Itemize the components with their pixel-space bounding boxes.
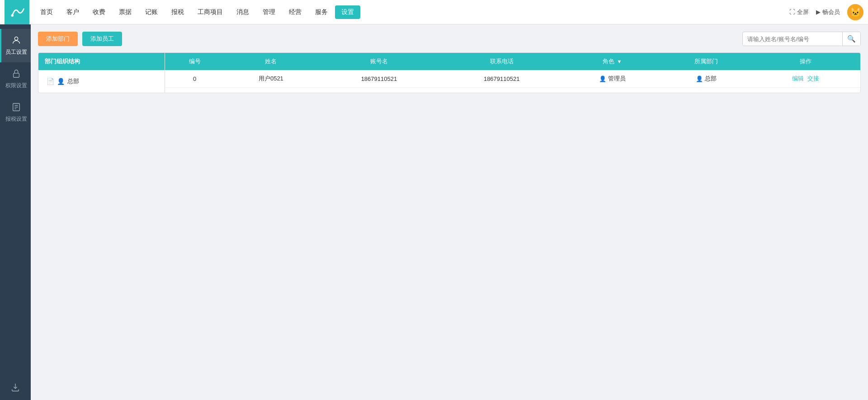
nav-accounting[interactable]: 记账 — [139, 5, 164, 19]
table-header-row: 编号 姓名 账号名 联系电话 角色 ▼ 所属部门 操作 — [165, 53, 860, 70]
col-header-phone: 联系电话 — [440, 53, 563, 70]
col-header-role-label: 角色 — [603, 58, 614, 65]
sidebar: 员工设置 权限设置 报税设置 — [0, 24, 31, 400]
avatar[interactable]: 🐱 — [847, 4, 863, 20]
col-header-ops: 操作 — [751, 53, 860, 70]
member-label: 畅会员 — [822, 8, 840, 16]
role-icon: 👤 — [599, 75, 606, 82]
svg-point-0 — [11, 14, 13, 16]
top-navigation: 首页 客户 收费 票据 记账 报税 工商项目 消息 管理 经营 服务 设置 ⛶ … — [0, 0, 868, 24]
nav-items: 首页 客户 收费 票据 记账 报税 工商项目 消息 管理 经营 服务 设置 — [34, 5, 789, 19]
employee-table: 编号 姓名 账号名 联系电话 角色 ▼ 所属部门 操作 — [165, 53, 860, 88]
dept-panel-header: 部门组织结构 — [38, 53, 165, 70]
dept-tree-item[interactable]: 📄 👤 总部 — [45, 75, 158, 88]
nav-service[interactable]: 服务 — [309, 5, 334, 19]
nav-bill[interactable]: 票据 — [113, 5, 138, 19]
nav-settings[interactable]: 设置 — [335, 5, 360, 19]
sidebar-item-permission-label: 权限设置 — [5, 82, 27, 89]
dept-icon: 👤 — [696, 75, 703, 82]
lock-icon — [11, 69, 21, 80]
cell-role: 👤 管理员 — [563, 70, 661, 88]
fullscreen-label: 全屏 — [797, 8, 809, 16]
add-dept-button[interactable]: 添加部门 — [38, 32, 78, 46]
cell-id: 0 — [165, 70, 224, 88]
search-bar: 🔍 — [742, 32, 861, 46]
sidebar-item-employee-label: 员工设置 — [5, 48, 27, 56]
cell-phone: 18679110521 — [440, 70, 563, 88]
nav-customer[interactable]: 客户 — [60, 5, 85, 19]
fullscreen-button[interactable]: ⛶ 全屏 — [789, 8, 809, 16]
cell-ops: 编辑交接 — [751, 70, 860, 88]
dept-tree-item-label: 总部 — [67, 77, 79, 85]
nav-operation[interactable]: 经营 — [283, 5, 308, 19]
cell-dept: 👤 总部 — [661, 70, 751, 88]
nav-home[interactable]: 首页 — [34, 5, 59, 19]
dept-panel: 部门组织结构 📄 👤 总部 — [38, 53, 165, 93]
col-header-role[interactable]: 角色 ▼ — [563, 53, 661, 70]
filter-icon: ▼ — [617, 59, 622, 64]
sidebar-item-employee[interactable]: 员工设置 — [0, 29, 31, 62]
col-header-id: 编号 — [165, 53, 224, 70]
table-panel: 编号 姓名 账号名 联系电话 角色 ▼ 所属部门 操作 — [165, 53, 860, 93]
dept-user-icon: 👤 — [57, 78, 65, 85]
svg-point-1 — [14, 37, 18, 40]
toolbar: 添加部门 添加员工 🔍 — [38, 32, 861, 46]
cell-name: 用户0521 — [224, 70, 318, 88]
nav-business[interactable]: 工商项目 — [191, 5, 229, 19]
cell-account: 18679110521 — [318, 70, 440, 88]
sidebar-item-tax-settings[interactable]: 报税设置 — [0, 96, 31, 129]
panel-container: 部门组织结构 📄 👤 总部 编号 姓名 账号名 — [38, 52, 861, 93]
add-employee-button[interactable]: 添加员工 — [82, 32, 122, 46]
sidebar-item-tax-settings-label: 报税设置 — [5, 115, 27, 123]
col-header-name: 姓名 — [224, 53, 318, 70]
col-header-account: 账号名 — [318, 53, 440, 70]
search-input[interactable] — [743, 33, 842, 45]
member-icon: ▶ — [816, 9, 821, 15]
nav-manage[interactable]: 管理 — [256, 5, 282, 19]
search-icon: 🔍 — [847, 35, 856, 42]
nav-fee[interactable]: 收费 — [86, 5, 112, 19]
dept-tree: 📄 👤 总部 — [38, 70, 165, 93]
tax-icon — [11, 102, 21, 113]
role-label: 管理员 — [608, 75, 626, 83]
op-link-0[interactable]: 编辑 — [792, 75, 804, 82]
person-icon — [11, 35, 21, 47]
sidebar-bottom — [0, 376, 31, 400]
op-link-1[interactable]: 交接 — [807, 75, 819, 82]
main-container: 员工设置 权限设置 报税设置 — [0, 24, 868, 400]
member-button[interactable]: ▶ 畅会员 — [816, 8, 840, 16]
file-icon: 📄 — [47, 78, 54, 85]
col-header-dept: 所属部门 — [661, 53, 751, 70]
content-area: 添加部门 添加员工 🔍 部门组织结构 📄 👤 总部 — [31, 24, 868, 400]
search-button[interactable]: 🔍 — [842, 32, 860, 46]
nav-tax[interactable]: 报税 — [165, 5, 190, 19]
fullscreen-icon: ⛶ — [789, 9, 795, 15]
table-row: 0 用户0521 18679110521 18679110521 👤 管理员 👤… — [165, 70, 860, 88]
dept-label: 总部 — [705, 75, 717, 83]
sidebar-item-permission[interactable]: 权限设置 — [0, 62, 31, 96]
nav-right: ⛶ 全屏 ▶ 畅会员 🐱 — [789, 4, 863, 20]
sidebar-bottom-download[interactable] — [0, 376, 31, 400]
nav-message[interactable]: 消息 — [230, 5, 255, 19]
logo — [5, 0, 29, 24]
download-icon — [10, 382, 20, 394]
svg-rect-2 — [13, 73, 19, 77]
